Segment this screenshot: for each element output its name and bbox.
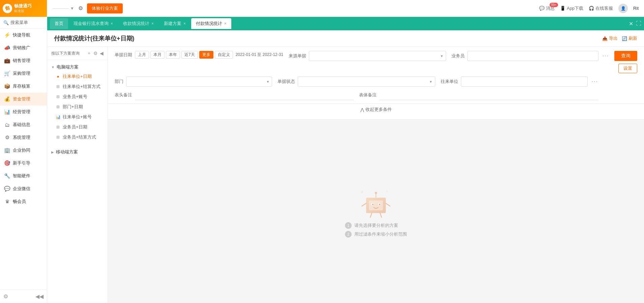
- search-icon: 🔍: [3, 20, 9, 25]
- date-btn-this-year[interactable]: 本年: [166, 51, 180, 59]
- schema-item-salesman-settlement[interactable]: ⊞ 业务员+结算方式: [47, 132, 108, 142]
- collapse-btn[interactable]: ⋀ 收起更多条件: [108, 103, 644, 115]
- desktop-group-header[interactable]: ▼ 电脑端方案: [47, 63, 108, 71]
- tab-home[interactable]: 首页: [50, 18, 68, 29]
- source-select-wrapper: ▼: [309, 51, 446, 61]
- receipt-tab-label: 收款情况统计: [123, 21, 149, 27]
- inventory-icon: 📦: [4, 83, 10, 89]
- topbar-settings-icon[interactable]: ⚙: [78, 5, 83, 11]
- quicknav-label: 快捷导航: [13, 32, 30, 38]
- salesman-more-icon[interactable]: ···: [603, 53, 609, 59]
- header-note-label: 表头备注: [115, 92, 132, 98]
- schema-item-dept-date[interactable]: ⊞ 部门+日期: [47, 102, 108, 112]
- salesman-settlement-icon: ⊞: [55, 134, 61, 140]
- date-btn-last7days[interactable]: 近7天: [181, 51, 198, 59]
- schema-item-counterpart-settlement[interactable]: ⊞ 往来单位+结算方式: [47, 82, 108, 92]
- body-note-input[interactable]: [379, 90, 598, 100]
- tab-bank[interactable]: 现金银行流水查询 ×: [69, 18, 118, 29]
- tab-new-scheme[interactable]: 新建方案 ×: [159, 18, 191, 29]
- new-scheme-tab-close-icon[interactable]: ×: [183, 21, 186, 26]
- business-label: 经营管理: [13, 109, 30, 115]
- sidebar-item-hardware[interactable]: 🔧 智能硬件: [0, 170, 47, 182]
- date-btns: 上月 本月 本年 近7天 更多 自定义: [135, 51, 233, 59]
- sidebar-item-business[interactable]: 📊 经营管理: [0, 105, 47, 118]
- sidebar-item-enterprise[interactable]: 🏢 企业协同: [0, 144, 47, 157]
- source-select[interactable]: [309, 51, 446, 61]
- sidebar-item-wechat[interactable]: 💬 企业微信: [0, 182, 47, 195]
- sidebar-item-finance[interactable]: 💰 资金管理: [0, 93, 47, 105]
- tab-receipt[interactable]: 收款情况统计 ×: [118, 18, 158, 29]
- export-btn[interactable]: 📤 导出: [602, 35, 618, 41]
- company-selector[interactable]: ———— ▼: [53, 6, 74, 11]
- logo-icon: 畅: [3, 4, 12, 13]
- refresh-btn[interactable]: 🔄 刷新: [622, 35, 637, 41]
- purchase-label: 采购管理: [13, 70, 30, 77]
- tabbar-close-icon[interactable]: ✕: [629, 21, 633, 27]
- search-menu[interactable]: 🔍 搜索菜单: [0, 17, 47, 29]
- sidebar-item-purchase[interactable]: 🛒 采购管理: [0, 67, 47, 80]
- guide-icon: 🎯: [4, 160, 10, 166]
- doc-status-select[interactable]: [298, 77, 435, 87]
- online-service-btn[interactable]: 🎧 在线客服: [589, 5, 613, 11]
- mobile-group-arrow-icon: ▶: [51, 150, 54, 154]
- payment-tab-close-icon[interactable]: ×: [224, 21, 227, 26]
- header-note-input[interactable]: [135, 90, 354, 100]
- sidebar-item-marketing[interactable]: 📣 营销推广: [0, 41, 47, 54]
- schema-item-salesman-account[interactable]: ⊞ 业务员+账号: [47, 92, 108, 102]
- bank-tab-close-icon[interactable]: ×: [111, 21, 113, 26]
- business-icon: 📊: [4, 109, 10, 115]
- mobile-schema-group: ▶ 移动端方案: [47, 145, 108, 159]
- search-label: 搜索菜单: [10, 20, 28, 26]
- date-btn-more[interactable]: 更多: [199, 51, 213, 59]
- left-panel-add-icon[interactable]: ＋: [87, 50, 91, 56]
- desktop-schema-group: ▼ 电脑端方案 ● 往来单位+日期 ⊞ 往来单位+结算方式 ⊞: [47, 60, 108, 145]
- counterpart-select[interactable]: [461, 77, 588, 87]
- basic-label: 基础信息: [13, 122, 30, 128]
- right-panel: 单据日期 上月 本月 本年 近7天 更多 自定义 2022-01-01 至 20…: [108, 47, 644, 303]
- sidebar-item-system[interactable]: ⚙ 系统管理: [0, 131, 47, 144]
- sidebar-item-guide[interactable]: 🎯 新手引导: [0, 157, 47, 170]
- sidebar-item-vip[interactable]: ♛ 畅会员: [0, 195, 47, 208]
- footer-collapse-icon[interactable]: ◀◀: [35, 293, 43, 300]
- tab-payment[interactable]: 付款情况统计 ×: [191, 18, 231, 29]
- counterpart-account-label: 往来单位+账号: [63, 114, 92, 120]
- counterpart-date-label: 往来单位+日期: [63, 73, 92, 80]
- footer-settings-icon[interactable]: ⚙: [3, 293, 8, 300]
- schema-item-counterpart-date[interactable]: ● 往来单位+日期: [47, 71, 108, 82]
- svg-line-8: [362, 203, 366, 206]
- topbar-actions: 💬 消息 99+ 📱 App下载 🎧 在线客服 👤 Rit: [539, 4, 639, 13]
- avatar[interactable]: 👤: [618, 4, 628, 13]
- salesman-select[interactable]: [467, 51, 598, 61]
- tabbar-expand-icon[interactable]: ⛶: [636, 21, 641, 27]
- counterpart-more-icon[interactable]: ···: [592, 79, 598, 85]
- counterpart-account-icon: 📊: [55, 114, 61, 120]
- schema-item-counterpart-account[interactable]: 📊 往来单位+账号: [47, 112, 108, 122]
- sidebar-item-quicknav[interactable]: ⚡ 快捷导航: [0, 29, 47, 41]
- content-wrapper: 按以下方案查询 ＋ ⚙ ◀ ▼ 电脑端方案: [47, 47, 644, 303]
- sidebar-item-sales[interactable]: 💼 销售管理: [0, 54, 47, 67]
- mobile-group-header[interactable]: ▶ 移动端方案: [47, 148, 108, 156]
- left-panel-settings-icon[interactable]: ⚙: [93, 51, 98, 56]
- trial-btn[interactable]: 体验行业方案: [87, 3, 123, 13]
- svg-point-7: [375, 192, 377, 194]
- vip-label: 畅会员: [13, 199, 26, 205]
- svg-text:✦: ✦: [386, 189, 388, 193]
- sidebar-item-basic[interactable]: 🗂 基础信息: [0, 118, 47, 131]
- dept-label: 部门: [115, 79, 123, 85]
- sidebar-item-inventory[interactable]: 📦 库存核算: [0, 80, 47, 93]
- filter-settings-btn[interactable]: 设置: [618, 64, 637, 73]
- left-panel-collapse-icon[interactable]: ◀: [100, 51, 104, 56]
- dept-select[interactable]: [126, 77, 272, 87]
- date-btn-custom[interactable]: 自定义: [215, 51, 233, 59]
- avatar-placeholder: 👤: [621, 6, 626, 11]
- date-label: 单据日期: [115, 52, 132, 58]
- date-btn-last-month[interactable]: 上月: [135, 51, 149, 59]
- app-download-btn[interactable]: 📱 App下载: [560, 5, 583, 11]
- left-panel-title: 按以下方案查询: [51, 51, 80, 56]
- date-btn-this-month[interactable]: 本月: [150, 51, 165, 59]
- message-btn[interactable]: 💬 消息 99+: [539, 5, 555, 11]
- receipt-tab-close-icon[interactable]: ×: [151, 21, 154, 26]
- schema-item-salesman-date[interactable]: ⊞ 业务员+日期: [47, 122, 108, 132]
- username[interactable]: Rit: [633, 6, 639, 11]
- query-btn[interactable]: 查询: [614, 51, 637, 61]
